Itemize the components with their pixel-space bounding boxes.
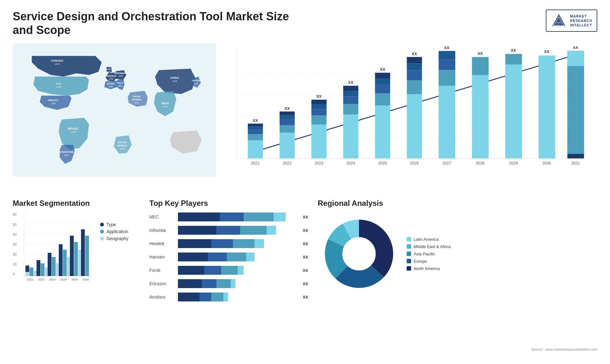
player-list: NEC XX Infovista (149, 212, 308, 301)
svg-text:xx%: xx% (172, 80, 177, 83)
svg-text:xx%: xx% (106, 71, 111, 73)
svg-text:2021: 2021 (27, 278, 33, 281)
svg-text:2021: 2021 (251, 161, 260, 165)
svg-text:2022: 2022 (283, 161, 292, 165)
player-bar-forsk (178, 266, 298, 275)
growth-chart-section: XX 2021 XX 2022 XX 2023 (222, 43, 597, 189)
svg-text:2028: 2028 (476, 161, 485, 165)
svg-rect-48 (248, 124, 263, 127)
legend-label-application: Application (106, 229, 128, 234)
svg-text:ARGENTINA: ARGENTINA (58, 151, 74, 153)
player-row-hansen: Hansen XX (149, 253, 308, 261)
svg-rect-131 (81, 229, 85, 276)
svg-rect-46 (248, 130, 263, 134)
key-players-title: Top Key Players (149, 199, 308, 208)
svg-text:SAUDI: SAUDI (133, 95, 141, 98)
y-label-50: 50 (13, 223, 17, 226)
player-bar-seg4e (238, 266, 244, 275)
svg-text:xx%: xx% (71, 131, 75, 133)
svg-rect-76 (375, 73, 390, 78)
player-bar-seg4g (223, 293, 228, 301)
legend-type: Type (100, 222, 128, 227)
svg-rect-88 (439, 59, 455, 70)
logo-icon (551, 13, 567, 29)
svg-rect-132 (85, 236, 89, 276)
player-bar-seg2d (208, 253, 227, 261)
svg-rect-58 (311, 125, 327, 158)
player-bar-seg2g (200, 293, 212, 301)
svg-text:FRANCE: FRANCE (106, 75, 117, 78)
player-row-forsk: Forsk XX (149, 266, 308, 275)
svg-rect-51 (280, 133, 295, 158)
svg-text:2026: 2026 (410, 161, 419, 165)
svg-text:AFRICA: AFRICA (118, 144, 127, 147)
player-row-hewlett: Hewlett XX (149, 239, 308, 248)
svg-rect-105 (567, 51, 584, 66)
legend-europe: Europe (407, 259, 451, 264)
svg-text:2022: 2022 (38, 278, 44, 281)
player-bar-infovista (178, 226, 298, 235)
svg-text:xx%: xx% (55, 63, 59, 65)
player-xx-ericsson: XX (303, 281, 308, 286)
svg-rect-59 (311, 116, 327, 125)
player-bar-seg3d (227, 253, 246, 261)
player-row-ericsson: Ericsson XX (149, 279, 308, 288)
svg-text:XX: XX (253, 119, 258, 123)
player-bar-hansen (178, 253, 298, 261)
svg-text:XX: XX (380, 68, 385, 72)
player-bar-seg1d (178, 253, 208, 261)
player-row-amdocs: Amdocs XX (149, 293, 308, 301)
logo-line1: MARKET (570, 14, 592, 18)
player-bar-seg3f (216, 279, 231, 288)
bottom-grid: Market Segmentation 60 50 40 30 20 10 0 (13, 196, 597, 345)
svg-text:xx%: xx% (108, 85, 112, 88)
legend-application: Application (100, 229, 128, 234)
svg-rect-65 (343, 115, 358, 158)
y-label-0: 0 (13, 272, 17, 276)
player-bar-hewlett (178, 239, 298, 248)
header: Service Design and Orchestration Tool Ma… (13, 10, 597, 37)
legend-label-geography: Geography (106, 236, 128, 241)
y-label-60: 60 (13, 212, 17, 216)
svg-text:xx%: xx% (119, 75, 123, 77)
map-section: CANADA xx% U.S. xx% MEXICO xx% BRAZIL xx… (13, 43, 216, 189)
svg-rect-61 (311, 104, 327, 109)
player-bar-amdocs (178, 293, 298, 301)
svg-text:xx%: xx% (120, 148, 124, 150)
donut-container: Latin America Middle East & Africa Asia … (318, 212, 597, 295)
legend-color-europe (407, 259, 411, 263)
svg-text:2027: 2027 (443, 161, 451, 165)
legend-label-asia-pacific: Asia Pacific (414, 252, 435, 256)
player-bar-seg1f (178, 279, 202, 288)
svg-text:XX: XX (573, 46, 578, 50)
player-xx-nec: XX (303, 215, 308, 219)
legend-label-mea: Middle East & Africa (414, 244, 451, 249)
svg-rect-82 (407, 64, 422, 71)
svg-rect-122 (48, 253, 51, 276)
player-bar-seg3c (233, 239, 254, 248)
svg-rect-123 (52, 257, 56, 276)
svg-text:JAPAN: JAPAN (192, 79, 200, 82)
svg-text:xx%: xx% (134, 102, 139, 104)
svg-text:2024: 2024 (60, 278, 67, 281)
logo-area: MARKET RESEARCH INTELLECT (546, 10, 597, 32)
svg-rect-106 (567, 66, 584, 154)
page-title: Service Design and Orchestration Tool Ma… (13, 10, 299, 37)
player-bar-seg4f (231, 279, 235, 288)
svg-text:xx%: xx% (193, 83, 198, 85)
svg-rect-101 (539, 56, 555, 158)
logo-line3: INTELLECT (570, 23, 592, 27)
svg-rect-72 (375, 105, 390, 158)
svg-text:2025: 2025 (71, 278, 78, 281)
y-label-10: 10 (13, 262, 17, 266)
svg-rect-45 (248, 134, 263, 140)
legend-label-latin-america: Latin America (414, 237, 439, 242)
svg-text:2029: 2029 (509, 161, 518, 165)
player-bar-seg2c (211, 239, 233, 248)
svg-rect-69 (343, 86, 358, 91)
growth-chart-svg: XX 2021 XX 2022 XX 2023 (229, 46, 591, 177)
svg-rect-79 (407, 94, 422, 158)
svg-text:xx%: xx% (64, 154, 68, 156)
svg-text:MEXICO: MEXICO (48, 99, 58, 102)
svg-text:2025: 2025 (378, 161, 387, 165)
